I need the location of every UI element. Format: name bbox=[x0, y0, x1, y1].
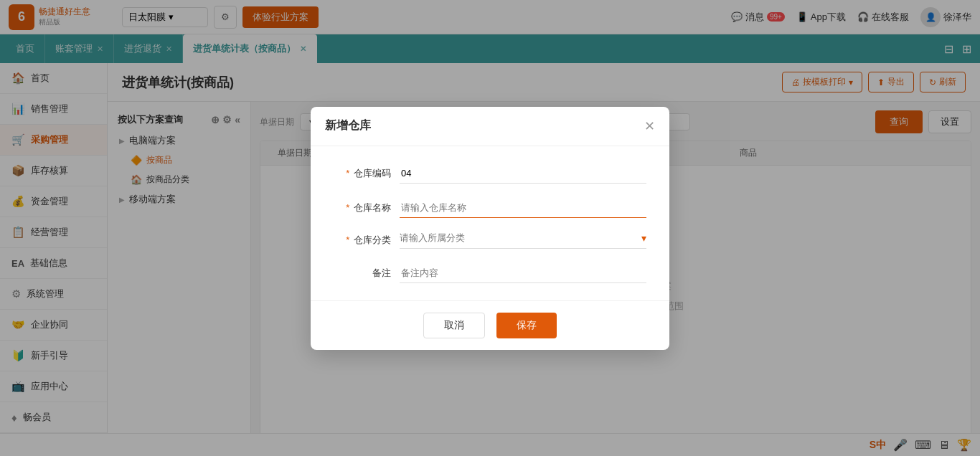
save-button[interactable]: 保存 bbox=[496, 313, 557, 338]
required-mark-category: * bbox=[346, 234, 349, 245]
form-row-remark: 备注 bbox=[334, 263, 646, 283]
remark-label: 备注 bbox=[334, 267, 391, 280]
name-label: * 仓库名称 bbox=[334, 201, 391, 214]
category-select[interactable]: ▾ bbox=[400, 232, 646, 249]
code-input[interactable] bbox=[400, 163, 646, 184]
modal-body: * 仓库编码 * 仓库名称 * 仓库分类 bbox=[311, 146, 669, 300]
cancel-button[interactable]: 取消 bbox=[423, 313, 485, 338]
required-mark-name: * bbox=[346, 202, 349, 213]
modal-header: 新增仓库 ✕ bbox=[311, 107, 669, 146]
modal-close-icon[interactable]: ✕ bbox=[644, 118, 655, 134]
remark-input[interactable] bbox=[400, 263, 646, 283]
form-row-code: * 仓库编码 bbox=[334, 163, 646, 184]
category-label: * 仓库分类 bbox=[334, 234, 391, 247]
add-warehouse-modal: 新增仓库 ✕ * 仓库编码 * 仓库名称 bbox=[311, 107, 669, 350]
modal-title: 新增仓库 bbox=[325, 118, 644, 133]
code-label: * 仓库编码 bbox=[334, 167, 391, 180]
form-row-name: * 仓库名称 bbox=[334, 198, 646, 218]
category-input[interactable] bbox=[400, 232, 641, 243]
required-mark-code: * bbox=[346, 168, 349, 179]
form-row-category: * 仓库分类 ▾ bbox=[334, 232, 646, 249]
modal-footer: 取消 保存 bbox=[311, 300, 669, 350]
category-dropdown-icon[interactable]: ▾ bbox=[641, 232, 646, 244]
name-input[interactable] bbox=[400, 198, 646, 218]
modal-overlay: 新增仓库 ✕ * 仓库编码 * 仓库名称 bbox=[0, 0, 980, 456]
